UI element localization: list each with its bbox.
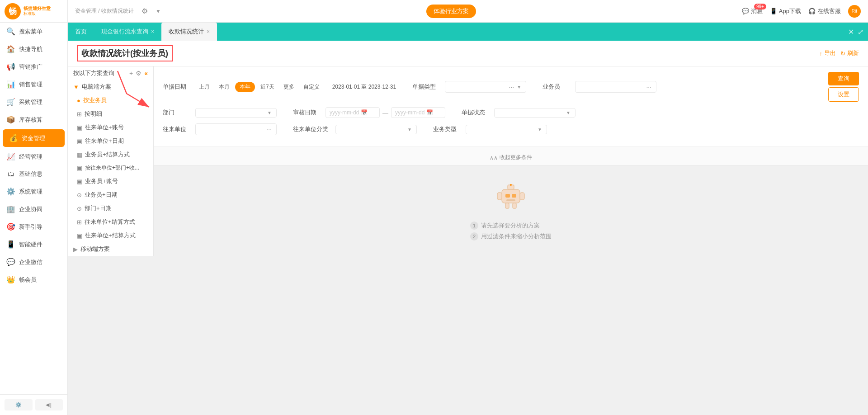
sidebar-item-operations[interactable]: 📈 经营管理 [0,148,67,165]
sidebar-settings-button[interactable]: ⚙️ [5,399,33,410]
scheme-sm-date-icon: ⊙ [77,192,82,198]
biz-type-select[interactable]: ▼ [466,125,547,134]
sidebar-item-quicknav[interactable]: 🏠 快捷导航 [0,40,67,58]
tab-home[interactable]: 首页 [68,23,94,41]
collapse-more-button[interactable]: ∧∧ 收起更多条件 [490,154,532,161]
dept-select[interactable]: ▼ [195,108,277,118]
review-date-to-input[interactable]: yyyy-mm-dd 📅 [391,107,445,118]
scheme-cp-acct-icon: ▣ [77,124,82,131]
enterprise-icon: 🏢 [6,205,15,213]
export-button[interactable]: ↑ 导出 [820,49,836,57]
date-tab-custom[interactable]: 自定义 [300,82,323,92]
query-button[interactable]: 查询 [828,72,859,85]
sidebar-item-newbie[interactable]: 🎯 新手引导 [0,218,67,236]
operations-icon: 📈 [6,152,15,161]
scheme-by-salesman[interactable]: ● 按业务员 [68,94,153,107]
close-receipt-stats-icon[interactable]: × [207,28,210,35]
scheme-settings-button[interactable]: ⚙ [136,70,142,77]
refresh-button[interactable]: ↻ 刷新 [840,49,859,57]
sidebar-menu: 🔍 搜索菜单 🏠 快捷导航 📢 营销推广 📊 销售管理 🛒 采购管理 📦 库存核… [0,23,67,394]
message-icon: 💬 [742,8,749,14]
scheme-salesman-account[interactable]: ▣ 业务员+账号 [68,174,153,188]
scheme-counterparty-account[interactable]: ▣ 往来单位+账号 [68,121,153,134]
sidebar-item-search[interactable]: 🔍 搜索菜单 [0,23,67,40]
voucher-type-select[interactable]: ··· ▼ [445,81,526,93]
date-tab-this-year[interactable]: 本年 [235,82,255,92]
sidebar-item-wechat[interactable]: 💬 企业微信 [0,253,67,271]
scheme-cp-settle2[interactable]: ▣ 往来单位+结算方式 [68,229,153,242]
scheme-cp-dept-receipt[interactable]: ▣ 按往来单位+部门+收... [68,161,153,174]
empty-steps-list: 1 请先选择要分析的方案 2 用过滤条件来缩小分析范围 [470,222,552,243]
sidebar-item-enterprise[interactable]: 🏢 企业协同 [0,200,67,218]
header-settings-button[interactable]: ⚙ [138,5,151,18]
sidebar-item-sales[interactable]: 📊 销售管理 [0,75,67,93]
date-tab-7days[interactable]: 近7天 [257,82,278,92]
sales-icon: 📊 [6,80,15,89]
message-item[interactable]: 💬 消息 99+ [742,7,763,15]
calendar-icon: 📅 [361,109,368,116]
salesman-select[interactable]: ··· [575,81,656,93]
tab-receipt-stats[interactable]: 收款情况统计 × [161,23,217,41]
scheme-salesman-date[interactable]: ⊙ 业务员+日期 [68,188,153,202]
review-date-range: yyyy-mm-dd 📅 — yyyy-mm-dd 📅 [326,107,445,118]
system-icon: ⚙️ [6,187,15,196]
tab-bank-flow[interactable]: 现金银行流水查询 × [94,23,161,41]
counterparty-category-select[interactable]: ▼ [335,125,417,134]
date-label: 单据日期 [163,83,188,91]
close-bank-flow-icon[interactable]: × [151,28,154,35]
sidebar: 畅 畅捷通好生意 标准版 🔍 搜索菜单 🏠 快捷导航 📢 营销推广 📊 销售管理… [0,0,68,415]
user-avatar[interactable]: Rit [848,5,861,18]
page-content: 收款情况统计(按业务员) ↑ 导出 ↻ 刷新 按以下方案查询 + [68,41,868,415]
step-2-number: 2 [470,232,478,241]
logo-area: 畅 畅捷通好生意 标准版 [0,0,67,23]
home-icon: 🏠 [6,45,15,53]
logo-text: 畅捷通好生意 标准版 [24,5,51,17]
add-scheme-button[interactable]: + [129,70,133,77]
date-tab-more[interactable]: 更多 [280,82,298,92]
page-header: 收款情况统计(按业务员) ↑ 导出 ↻ 刷新 [68,41,868,66]
date-tab-last-month[interactable]: 上月 [195,82,213,92]
scheme-salesman-settle[interactable]: ▦ 业务员+结算方式 [68,148,153,161]
tab-close-window-icon[interactable]: ✕ [848,28,854,36]
filter-scheme-row: 按以下方案查询 + ⚙ « [68,66,868,256]
svg-rect-10 [513,203,516,208]
filter-collapse-row: ∧∧ 收起更多条件 [154,146,868,165]
sidebar-item-purchase[interactable]: 🛒 采购管理 [0,93,67,111]
scheme-cp-dept-icon: ▣ [77,165,82,171]
voucher-type-label: 单据类型 [412,83,438,91]
empty-state: 1 请先选择要分析的方案 2 用过滤条件来缩小分析范围 [470,178,552,243]
review-date-label: 审核日期 [293,108,318,117]
mobile-scheme-parent[interactable]: ▶ 移动端方案 [68,242,153,256]
sidebar-item-inventory[interactable]: 📦 库存核算 [0,111,67,128]
sidebar-item-marketing[interactable]: 📢 营销推广 [0,58,67,75]
scheme-dept-date[interactable]: ⊙ 部门+日期 [68,202,153,215]
filter-settings-button[interactable]: 设置 [828,87,859,102]
sidebar-item-basicinfo[interactable]: 🗂 基础信息 [0,165,67,183]
scheme-cp-settle1[interactable]: ⊞ 往来单位+结算方式 [68,215,153,229]
voucher-status-select[interactable]: ▼ [494,108,576,118]
scheme-collapse-button[interactable]: « [144,70,148,77]
header-right: 💬 消息 99+ 📱 App下载 🎧 在线客服 Rit [742,5,861,18]
date-tab-this-month[interactable]: 本月 [215,82,233,92]
filter-row-3: 往来单位 ··· 往来单位分类 ▼ 业务类型 [163,123,859,135]
online-service-item[interactable]: 🎧 在线客服 [808,7,841,15]
sidebar-collapse-button[interactable]: ◀‖ [35,399,63,410]
mobile-scheme-group: ▶ 移动端方案 [68,242,153,256]
trial-button[interactable]: 体验行业方案 [426,5,476,18]
review-date-from-input[interactable]: yyyy-mm-dd 📅 [326,107,380,118]
mobile-arrow-icon: ▶ [73,246,78,253]
app-download-item[interactable]: 📱 App下载 [770,7,801,15]
voucher-status-label: 单据状态 [462,108,487,117]
tab-maximize-icon[interactable]: ⤢ [858,28,863,36]
sidebar-item-funds[interactable]: 💰 资金管理 [3,129,65,147]
tab-bar-right: ✕ ⤢ [848,28,868,36]
scheme-counterparty-date[interactable]: ▣ 往来单位+日期 [68,134,153,148]
desktop-scheme-parent[interactable]: ▼ 电脑端方案 [68,80,153,94]
sidebar-item-hardware[interactable]: 📱 智能硬件 [0,236,67,253]
empty-step-1: 1 请先选择要分析的方案 [470,222,552,230]
scheme-cp-settle2-icon: ▣ [77,232,82,239]
counterparty-select[interactable]: ··· [195,123,277,135]
sidebar-item-member[interactable]: 👑 畅会员 [0,271,67,288]
scheme-by-detail[interactable]: ⊞ 按明细 [68,107,153,121]
sidebar-item-system[interactable]: ⚙️ 系统管理 [0,183,67,200]
